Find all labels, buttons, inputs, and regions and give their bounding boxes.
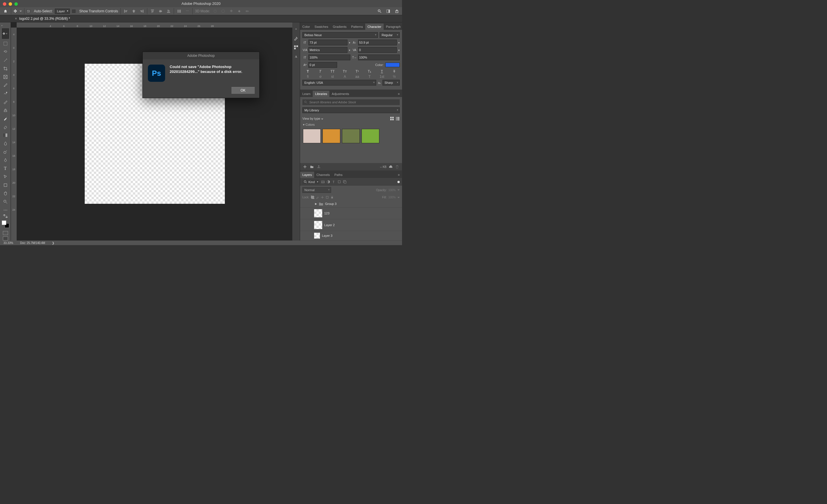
tab-patterns[interactable]: Patterns — [349, 23, 365, 30]
tab-gradients[interactable]: Gradients — [331, 23, 349, 30]
contextual-alts-icon[interactable]: ơ — [318, 74, 323, 79]
tab-layers[interactable]: Layers — [300, 172, 314, 178]
marquee-tool[interactable] — [2, 40, 9, 47]
lock-position-icon[interactable] — [321, 196, 324, 199]
font-style-select[interactable]: Regular — [380, 32, 400, 38]
close-window[interactable] — [3, 2, 6, 6]
faux-italic[interactable]: T — [318, 69, 323, 73]
tab-paths[interactable]: Paths — [332, 172, 345, 178]
sync-from-disk-icon[interactable] — [317, 165, 321, 169]
tab-learn[interactable]: Learn — [300, 91, 313, 97]
maximize-window[interactable] — [14, 2, 18, 6]
font-size-input[interactable] — [308, 40, 347, 45]
ordinals-icon[interactable]: 1st — [379, 74, 385, 79]
hscale-input[interactable] — [358, 55, 400, 60]
glyphs-panel-icon[interactable]: A — [293, 54, 299, 59]
zoom-tool[interactable] — [2, 198, 9, 205]
panel-menu-icon[interactable]: ≡ — [396, 172, 402, 178]
show-transform-checkbox[interactable] — [72, 9, 76, 13]
tab-swatches[interactable]: Swatches — [312, 23, 331, 30]
leading-input[interactable] — [358, 40, 397, 45]
list-view-icon[interactable] — [396, 116, 400, 120]
minimize-window[interactable] — [9, 2, 12, 6]
superscript[interactable]: T¹ — [355, 69, 360, 73]
library-swatch[interactable] — [303, 129, 321, 143]
kerning-input[interactable] — [308, 47, 347, 53]
clone-stamp-tool[interactable] — [2, 107, 9, 114]
opacity-value[interactable]: 100% — [388, 189, 396, 192]
panel-menu-icon[interactable]: ≡ — [396, 91, 402, 97]
lasso-tool[interactable] — [2, 49, 9, 55]
collapse-toolbox[interactable]: » — [1, 24, 3, 27]
swap-colors-icon[interactable] — [2, 215, 9, 217]
ligatures-icon[interactable]: fi — [305, 74, 310, 79]
library-swatch[interactable] — [323, 129, 340, 143]
search-icon[interactable] — [377, 8, 383, 14]
view-by-type[interactable]: View by type — [302, 117, 323, 120]
lock-all-icon[interactable] — [331, 196, 334, 199]
dodge-tool[interactable] — [2, 148, 9, 155]
lock-pixels-icon[interactable] — [316, 196, 319, 199]
magic-wand-tool[interactable] — [2, 57, 9, 64]
workspace-switcher-icon[interactable] — [385, 8, 391, 14]
tab-paragraph[interactable]: Paragraph — [384, 23, 402, 30]
blur-tool[interactable] — [2, 140, 9, 147]
align-middle-icon[interactable] — [158, 8, 163, 14]
filter-smart-icon[interactable] — [343, 180, 347, 184]
align-top-icon[interactable] — [150, 8, 155, 14]
filter-type-icon[interactable]: T — [332, 180, 336, 184]
document-tab[interactable]: × logo02 2.psd @ 33.3% (RGB/8) * — [12, 15, 73, 22]
tab-character[interactable]: Character — [365, 23, 384, 30]
gradient-tool[interactable] — [2, 132, 9, 139]
history-brush-tool[interactable] — [2, 115, 9, 122]
eraser-tool[interactable] — [2, 123, 9, 130]
tab-adjustments[interactable]: Adjustments — [329, 91, 351, 97]
faux-bold[interactable]: T — [305, 69, 310, 73]
visibility-toggle[interactable] — [302, 223, 306, 227]
healing-brush-tool[interactable] — [2, 90, 9, 97]
visibility-toggle[interactable] — [302, 202, 306, 206]
fractions-icon[interactable]: ½ — [392, 74, 397, 79]
tab-channels[interactable]: Channels — [314, 172, 332, 178]
auto-select-checkbox[interactable]: ✓ — [27, 9, 30, 13]
lock-transparency-icon[interactable] — [311, 196, 314, 199]
move-tool[interactable]: ✥ — [2, 29, 9, 39]
doc-size[interactable]: Doc: 25.7M/140.4M — [20, 241, 45, 245]
brushes-panel-icon[interactable] — [293, 45, 299, 50]
tracking-input[interactable] — [358, 47, 397, 53]
close-tab-icon[interactable]: × — [15, 17, 17, 21]
swash-icon[interactable]: A — [342, 74, 347, 79]
distribute-icon[interactable] — [176, 8, 182, 14]
subscript[interactable]: T₁ — [367, 69, 372, 73]
shape-tool[interactable] — [2, 182, 9, 189]
tab-color[interactable]: Color — [300, 23, 312, 30]
visibility-toggle[interactable] — [302, 211, 306, 215]
stylistic-alts-icon[interactable]: aa — [355, 74, 360, 79]
tool-preset-dropdown[interactable] — [19, 11, 22, 12]
auto-select-target[interactable]: Layer — [55, 9, 70, 14]
status-flyout-icon[interactable]: ❯ — [52, 241, 54, 245]
fill-value[interactable]: 100% — [388, 196, 396, 199]
more-options-icon[interactable]: ⋯ — [184, 8, 190, 14]
lock-artboard-icon[interactable] — [326, 196, 329, 199]
quick-mask-toggle[interactable] — [3, 231, 8, 241]
layer-row[interactable]: Layer 3 — [300, 231, 402, 241]
crop-tool[interactable] — [2, 65, 9, 72]
hand-tool[interactable] — [2, 190, 9, 197]
expand-group-icon[interactable]: ▶ — [315, 202, 317, 205]
text-color-swatch[interactable] — [385, 62, 400, 67]
titling-alts-icon[interactable]: T — [367, 74, 372, 79]
filter-shape-icon[interactable] — [337, 180, 341, 184]
library-swatch[interactable] — [342, 129, 360, 143]
eyedropper-tool[interactable] — [2, 82, 9, 89]
discretionary-icon[interactable]: st — [330, 74, 335, 79]
filter-toggle[interactable] — [397, 181, 400, 183]
brush-settings-panel-icon[interactable] — [293, 36, 299, 41]
type-tool[interactable]: T — [2, 165, 9, 172]
library-search[interactable] — [302, 99, 400, 105]
add-folder-icon[interactable] — [310, 165, 314, 169]
layer-filter-kind[interactable]: Kind — [302, 180, 319, 184]
layer-thumbnail[interactable] — [314, 209, 323, 217]
frame-tool[interactable] — [2, 73, 9, 80]
font-family-select[interactable]: Bebas Neue — [302, 32, 378, 38]
